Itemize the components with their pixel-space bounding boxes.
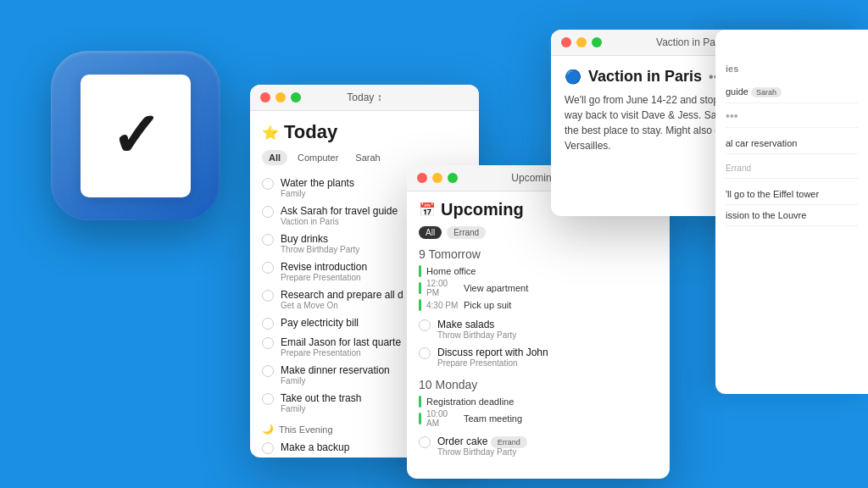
task-name: Discuss report with John — [437, 347, 658, 358]
task-checkbox[interactable] — [262, 393, 274, 405]
day-number: 9 — [419, 247, 428, 261]
evening-label: This Evening — [279, 424, 333, 435]
minimize-button[interactable] — [275, 92, 286, 103]
day-label: Tomorrow — [428, 247, 480, 261]
task-item: Make salads Throw Birthday Party — [419, 315, 658, 343]
task-checkbox[interactable] — [262, 234, 274, 246]
fullscreen-button[interactable] — [448, 173, 458, 183]
task-checkbox[interactable] — [262, 178, 274, 190]
paris-cal-icon: 🔵 — [565, 69, 581, 85]
event-name: Pick up suit — [464, 300, 511, 310]
right-panel-item: ission to the Louvre — [726, 205, 858, 226]
timed-event: Home office — [419, 264, 658, 278]
day-9-section: 9 Tomorrow Home office 12:00 PM View apa… — [419, 247, 658, 371]
filter-all[interactable]: All — [262, 150, 287, 165]
filter-errand[interactable]: Errand — [447, 226, 486, 239]
event-name: Registration deadline — [426, 396, 514, 407]
minimize-button[interactable] — [432, 173, 442, 183]
right-panel: ies guide Sarah ••• al car reservation E… — [715, 30, 868, 394]
task-checkbox[interactable] — [262, 337, 274, 349]
event-bar — [419, 299, 421, 311]
task-sub: Throw Birthday Party — [437, 447, 658, 457]
right-panel-separator: Errand — [726, 159, 858, 179]
task-name: Order cake Errand — [437, 435, 658, 447]
task-sub: Throw Birthday Party — [437, 330, 658, 340]
app-icon: ✓ — [51, 51, 220, 220]
task-checkbox[interactable] — [262, 442, 274, 454]
today-titlebar: Today ↕ — [250, 85, 479, 111]
task-checkbox[interactable] — [262, 365, 274, 377]
task-checkbox[interactable] — [419, 319, 431, 331]
task-checkbox[interactable] — [419, 347, 431, 359]
day-number: 10 — [419, 378, 435, 391]
traffic-lights — [561, 37, 602, 47]
right-panel-item: guide Sarah — [726, 80, 858, 103]
timed-event: 10:00 AM Team meeting — [419, 408, 658, 429]
event-bar — [419, 413, 421, 424]
traffic-lights — [260, 92, 301, 103]
event-time: 10:00 AM — [426, 409, 459, 428]
fullscreen-button[interactable] — [291, 92, 301, 103]
event-time: 12:00 PM — [426, 279, 459, 297]
right-panel-item: al car reservation — [726, 133, 858, 154]
minimize-button[interactable] — [576, 37, 587, 47]
task-item: Discuss report with John Prepare Present… — [419, 343, 658, 371]
filter-sarah[interactable]: Sarah — [348, 150, 387, 165]
task-checkbox[interactable] — [262, 318, 274, 330]
traffic-lights — [417, 173, 458, 183]
filter-all[interactable]: All — [419, 226, 442, 239]
today-heading: Today — [284, 121, 337, 143]
event-name: Home office — [426, 266, 476, 276]
filter-computer[interactable]: Computer — [291, 150, 345, 165]
timed-event: 4:30 PM Pick up suit — [419, 298, 658, 312]
event-time: 4:30 PM — [426, 301, 459, 310]
event-name: Team meeting — [464, 413, 522, 424]
close-button[interactable] — [260, 92, 270, 103]
calendar-icon: 📅 — [419, 202, 436, 218]
close-button[interactable] — [561, 37, 571, 47]
today-filters: All Computer Sarah — [262, 150, 467, 165]
task-name: Make salads — [437, 319, 658, 330]
task-sub: Prepare Presentation — [437, 358, 658, 368]
checkmark-icon: ✓ — [110, 105, 161, 166]
upcoming-filters: All Errand — [419, 226, 658, 239]
close-button[interactable] — [417, 173, 427, 183]
fullscreen-button[interactable] — [592, 37, 602, 47]
right-panel-separator: ••• — [726, 108, 858, 128]
timed-event: Registration deadline — [419, 395, 658, 408]
task-item: Order cake Errand Throw Birthday Party — [419, 432, 658, 460]
task-checkbox[interactable] — [262, 262, 274, 274]
timed-event: 12:00 PM View apartment — [419, 278, 658, 298]
upcoming-heading: Upcoming — [441, 200, 524, 219]
star-emoji: ⭐ — [262, 125, 279, 141]
moon-icon: 🌙 — [262, 424, 274, 435]
tag-sarah: Sarah — [751, 87, 782, 97]
task-checkbox[interactable] — [262, 290, 274, 302]
day-label: Monday — [435, 378, 477, 391]
task-checkbox[interactable] — [419, 436, 431, 448]
task-checkbox[interactable] — [262, 206, 274, 218]
right-panel-item: 'll go to the Eiffel tower — [726, 184, 858, 205]
event-bar — [419, 265, 421, 277]
paris-heading: Vaction in Paris — [588, 68, 702, 86]
day-10-section: 10 Monday Registration deadline 10:00 AM… — [419, 378, 658, 460]
event-bar — [419, 396, 421, 408]
today-header: ⭐ Today — [262, 121, 467, 143]
event-bar — [419, 282, 421, 294]
day-9-header: 9 Tomorrow — [419, 247, 658, 261]
today-window-title: Today ↕ — [347, 92, 381, 103]
day-10-header: 10 Monday — [419, 378, 658, 391]
event-name: View apartment — [464, 283, 528, 293]
